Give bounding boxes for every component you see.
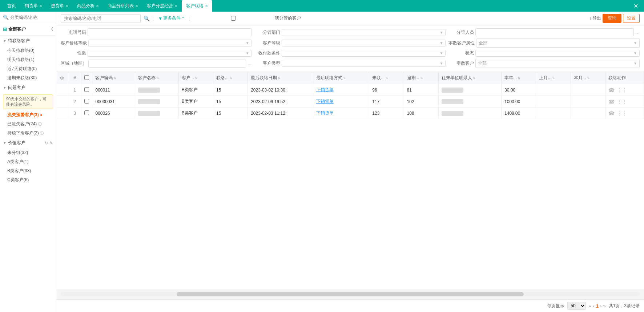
region-dots-icon[interactable]: …: [247, 61, 252, 66]
row2-more-icon[interactable]: ⋮⋮: [617, 99, 627, 105]
close-product-list-icon[interactable]: ✕: [135, 4, 138, 8]
export-btn[interactable]: ↑ 导出: [589, 15, 601, 21]
filter-retail-customer-select[interactable]: 全部 ▼: [475, 59, 640, 68]
sidebar-item-tomorrow[interactable]: 明天待联络(1): [0, 55, 56, 64]
sidebar-search-input[interactable]: [10, 15, 56, 20]
table-header-contact[interactable]: 联络...⇅: [213, 72, 247, 84]
per-page-select[interactable]: 50 100 200: [567, 302, 586, 310]
settings-btn[interactable]: 设置: [623, 14, 640, 23]
row2-overdue: 102: [404, 96, 438, 108]
row2-contact-icon[interactable]: ☎: [608, 99, 615, 105]
table-header-checkbox[interactable]: [81, 72, 92, 84]
tab-customer-tier[interactable]: 客户分层经营 ✕: [142, 0, 182, 12]
sidebar-item-week[interactable]: 近7天待联络(0): [0, 64, 56, 73]
table-header-gear[interactable]: ⚙: [56, 72, 68, 84]
tab-customer-contact[interactable]: 客户联络 ✕: [182, 0, 212, 12]
sidebar-item-declining[interactable]: 持续下滑客户(2) ⓘ: [0, 129, 56, 138]
row1-more-icon[interactable]: ⋮⋮: [617, 87, 627, 93]
filter-phone-input[interactable]: [88, 28, 252, 36]
all-customers-header[interactable]: ⊞ 全部客户 《: [0, 23, 56, 36]
overdue-sort-icon: ⇅: [420, 76, 423, 80]
table-header-uncontacted[interactable]: 未联...⇅: [369, 72, 404, 84]
table-header-type[interactable]: 客户...⇅: [178, 72, 213, 84]
close-purchase-icon[interactable]: ✕: [65, 4, 68, 8]
close-product-analysis-icon[interactable]: ✕: [96, 4, 99, 8]
more-conditions-btn[interactable]: ▼ 更多条件 ⌃: [158, 15, 185, 21]
row2-select[interactable]: [84, 99, 89, 104]
row1-select[interactable]: [84, 87, 89, 92]
uncontacted-sort-icon: ⇅: [385, 76, 388, 80]
horizontal-scrollbar[interactable]: [56, 289, 644, 299]
filter-row-2: 客户价格等级 ▼ 客户等级 ▼ 零散客户属性 全部: [61, 39, 640, 48]
my-customers-checkbox[interactable]: [193, 16, 273, 21]
row3-more-icon[interactable]: ⋮⋮: [617, 110, 627, 116]
row3-contact-icon[interactable]: ☎: [608, 110, 615, 116]
prev-page-btn[interactable]: ‹: [593, 303, 594, 309]
value-refresh-icon[interactable]: ↻: [44, 141, 48, 146]
table-header-this-year[interactable]: 本年...⇅: [502, 72, 536, 84]
last-date-sort-icon: ⇅: [278, 76, 281, 80]
filter-customer-type-select[interactable]: ▼: [282, 60, 446, 67]
collapse-icon[interactable]: 《: [49, 27, 53, 32]
row3-last-method[interactable]: 下销货单: [313, 108, 369, 119]
search-icon[interactable]: 🔍: [144, 16, 150, 21]
table-header-code[interactable]: 客户编码⇅: [92, 72, 135, 84]
tab-home[interactable]: 首页: [3, 0, 20, 12]
first-page-btn[interactable]: «: [589, 303, 591, 309]
table-header-last-date[interactable]: 最后联络日期⇅: [248, 72, 313, 84]
current-page[interactable]: 1: [596, 303, 599, 309]
table-header-last-month[interactable]: 上月...⇅: [536, 72, 571, 84]
row2-last-method[interactable]: 下销货单: [313, 96, 369, 108]
sidebar-section-pending-contact[interactable]: ▼ 待联络客户: [0, 36, 56, 46]
my-customers-checkbox-label[interactable]: 我分管的客户: [193, 15, 301, 21]
filter-status-select[interactable]: ▼: [475, 50, 640, 57]
next-page-btn[interactable]: ›: [600, 303, 601, 309]
sidebar-item-unclassified[interactable]: 未分组(32): [0, 148, 56, 157]
sidebar-item-class-a[interactable]: A类客户(1): [0, 157, 56, 166]
select-all-checkbox[interactable]: [84, 75, 89, 80]
query-btn[interactable]: 查询: [603, 14, 621, 23]
tab-sales[interactable]: 销货单 ✕: [20, 0, 47, 12]
table-header-unit-contact[interactable]: 往来单位联系人⇅: [438, 72, 501, 84]
table-header-overdue[interactable]: 逾期...⇅: [404, 72, 438, 84]
filter-dept-select[interactable]: ▼: [282, 29, 446, 36]
value-edit-icon[interactable]: ✎: [49, 141, 53, 146]
sidebar-section-value-customers[interactable]: ▼ 价值客户 ↻ ✎: [0, 138, 56, 148]
filter-customer-grade-select[interactable]: ▼: [282, 40, 446, 46]
tab-product-analysis[interactable]: 商品分析 ✕: [73, 0, 103, 12]
filter-region-input[interactable]: [88, 60, 246, 68]
filter-person-input[interactable]: [475, 28, 634, 36]
filter-retail-attr-select[interactable]: 全部 ▼: [476, 39, 640, 48]
sidebar-item-class-c[interactable]: C类客户(6): [0, 175, 56, 185]
table-header-this-month[interactable]: 本月...⇅: [571, 72, 605, 84]
filter-price-grade-select[interactable]: ▼: [88, 40, 252, 46]
sidebar-item-overdue[interactable]: 逾期未联络(30): [0, 73, 56, 82]
filter-payment-select[interactable]: ▼: [282, 50, 446, 57]
close-all-icon[interactable]: ✕: [631, 3, 641, 9]
filter-nature-select[interactable]: ▼: [88, 50, 252, 57]
sidebar-item-churn-risk[interactable]: 流失预警客户(3) ●: [0, 110, 56, 119]
sidebar-item-already-lost[interactable]: 已流失客户(24) ⓘ: [0, 119, 56, 129]
table-header-last-method[interactable]: 最后联络方式⇅: [313, 72, 369, 84]
last-page-btn[interactable]: »: [603, 303, 605, 309]
close-customer-contact-icon[interactable]: ✕: [205, 4, 208, 8]
row1-last-method[interactable]: 下销货单: [313, 84, 369, 96]
row3-checkbox[interactable]: [81, 108, 92, 119]
row1-checkbox[interactable]: [81, 84, 92, 96]
name-sort-icon: ⇅: [156, 76, 159, 80]
close-sales-icon[interactable]: ✕: [39, 4, 42, 8]
sidebar-item-today[interactable]: 今天待联络(0): [0, 46, 56, 55]
search-input[interactable]: [61, 14, 141, 23]
tab-product-list[interactable]: 商品分析列表 ✕: [103, 0, 142, 12]
person-dots-icon[interactable]: …: [635, 30, 640, 35]
sidebar-item-class-b[interactable]: B类客户(33): [0, 166, 56, 175]
tab-purchase[interactable]: 进货单 ✕: [47, 0, 73, 12]
row2-checkbox[interactable]: [81, 96, 92, 108]
row2-action: ☎ ⋮⋮: [605, 96, 644, 108]
row3-select[interactable]: [84, 110, 89, 115]
row1-contact-icon[interactable]: ☎: [608, 87, 615, 93]
table-header-name[interactable]: 客户名称⇅: [135, 72, 178, 84]
arrow-down-value: ▼: [3, 141, 7, 145]
sidebar-section-problem-customers[interactable]: ▼ 问题客户: [0, 82, 56, 93]
close-customer-tier-icon[interactable]: ✕: [174, 4, 177, 8]
